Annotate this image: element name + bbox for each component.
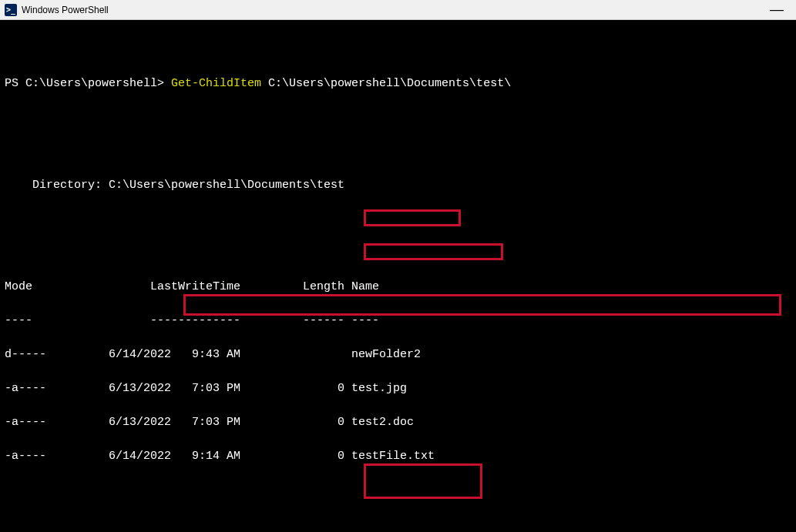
table-header: Mode LastWriteTime Length Name [5, 279, 796, 296]
empty-line [5, 245, 796, 262]
directory-label: Directory: C:\Users\powershell\Documents… [5, 177, 796, 194]
table-row: -a---- 6/13/2022 7:03 PM 0 test.jpg [5, 380, 796, 397]
window-titlebar: >_ Windows PowerShell — [0, 0, 796, 20]
minimize-button[interactable]: — [762, 2, 791, 18]
table-header-sep: ---- ------------- ------ ---- [5, 313, 796, 330]
empty-line [5, 42, 796, 59]
command-line-1: PS C:\Users\powershell> Get-ChildItem C:… [5, 75, 796, 92]
table-row: -a---- 6/13/2022 7:03 PM 0 test2.doc [5, 414, 796, 431]
powershell-icon: >_ [5, 4, 17, 16]
cmdlet: Get-ChildItem [171, 77, 261, 90]
empty-line [5, 109, 796, 126]
empty-line [5, 211, 796, 228]
empty-line [5, 516, 796, 532]
empty-line [5, 482, 796, 499]
window-title: Windows PowerShell [22, 5, 762, 15]
cmd-arg: C:\Users\powershell\Documents\test\ [261, 77, 511, 90]
prompt: PS C:\Users\powershell> [5, 77, 171, 90]
table-row: d----- 6/14/2022 9:43 AM newFolder2 [5, 346, 796, 363]
empty-line [5, 143, 796, 160]
table-row: -a---- 6/14/2022 9:14 AM 0 testFile.txt [5, 448, 796, 465]
terminal-area[interactable]: PS C:\Users\powershell> Get-ChildItem C:… [0, 20, 796, 532]
